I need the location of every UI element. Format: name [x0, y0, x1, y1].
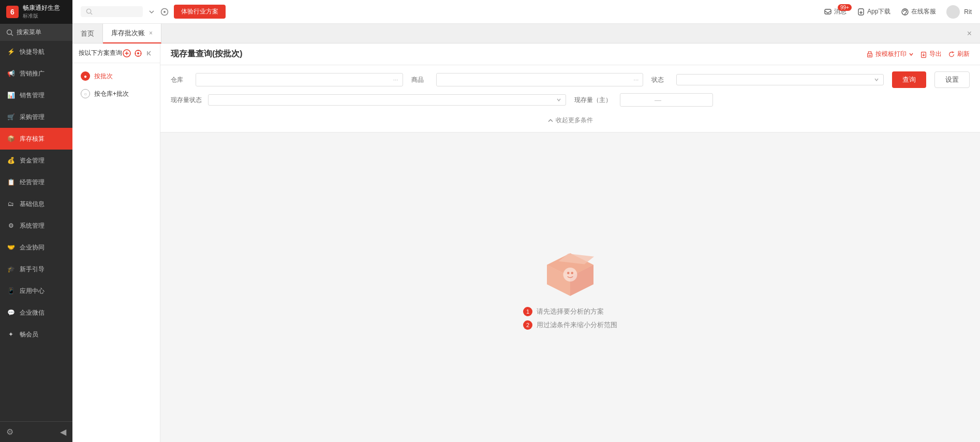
inventory-qty-wrap[interactable]: —	[620, 93, 713, 107]
tab-inventory-batch[interactable]: 库存批次账 ×	[103, 24, 161, 43]
finance-icon: 💰	[6, 156, 16, 165]
sidebar-item-member[interactable]: ✦ 畅会员	[0, 323, 72, 345]
product-input-wrap[interactable]: ···	[436, 73, 644, 86]
app-download-item[interactable]: App下载	[857, 7, 890, 16]
sidebar-item-appcenter[interactable]: 📱 应用中心	[0, 280, 72, 302]
online-service-item[interactable]: 在线客服	[901, 7, 936, 16]
inventory-qty-input[interactable]	[620, 94, 651, 106]
product-input[interactable]	[437, 73, 630, 86]
member-icon: ✦	[6, 330, 16, 339]
svg-point-10	[904, 13, 905, 14]
sidebar-label-member: 畅会员	[20, 330, 38, 339]
settings-icon[interactable]	[160, 8, 169, 16]
sidebar-label-quick-nav: 快捷导航	[20, 48, 44, 56]
refresh-action[interactable]: 刷新	[948, 50, 970, 58]
sidebar-label-inventory: 库存核算	[20, 135, 44, 143]
topbar-right: 消息 99+ App下载 在线客服 Rit	[824, 5, 972, 19]
svg-point-31	[563, 268, 577, 282]
warehouse-input-wrap[interactable]: ···	[196, 73, 403, 86]
product-more-icon[interactable]: ···	[629, 73, 643, 86]
app-download-label: App下载	[867, 7, 890, 16]
product-label: 商品	[411, 76, 432, 84]
sidebar-label-sales: 销售管理	[20, 91, 44, 100]
svg-point-15	[137, 52, 139, 54]
product-field: 商品 ···	[411, 73, 644, 86]
print-action[interactable]: 按模板打印	[866, 50, 914, 58]
add-scheme-icon[interactable]	[123, 49, 131, 57]
system-icon: ⚙	[6, 221, 16, 230]
sidebar-item-marketing[interactable]: 📢 营销推广	[0, 63, 72, 84]
sidebar-label-enterprise: 企业协同	[20, 243, 44, 252]
settings-footer-icon[interactable]: ⚙	[6, 427, 13, 437]
page-title: 现存量查询(按批次)	[171, 49, 243, 60]
user-name: Rit	[964, 8, 972, 16]
scheme-item-by-batch[interactable]: ● 按批次	[72, 67, 160, 85]
collapse-sidebar-icon[interactable]: ◀	[60, 427, 66, 437]
inventory-qty-label: 现存量（主）	[574, 96, 616, 105]
svg-rect-22	[868, 54, 871, 55]
sidebar-item-inventory[interactable]: 📦 库存核算	[0, 128, 72, 150]
messages-item[interactable]: 消息 99+	[824, 7, 847, 16]
search-icon	[6, 29, 13, 36]
scheme-label-by-batch: 按批次	[94, 72, 113, 81]
quick-nav-icon: ⚡	[6, 47, 16, 56]
dropdown-icon[interactable]	[148, 8, 155, 16]
left-panel-title: 按以下方案查询	[79, 49, 122, 57]
svg-point-5	[164, 11, 166, 13]
sidebar-label-finance: 资金管理	[20, 156, 44, 165]
print-dropdown-icon[interactable]	[909, 52, 914, 57]
hint-num-1: 1	[523, 307, 532, 316]
sidebar-item-enterprise[interactable]: 🤝 企业协同	[0, 237, 72, 258]
sidebar-item-guide[interactable]: 🎓 新手引导	[0, 258, 72, 280]
user-item[interactable]: Rit	[946, 5, 972, 19]
tab-close-icon[interactable]: ×	[149, 30, 153, 37]
collapse-panel-icon[interactable]	[145, 49, 154, 57]
sidebar-item-finance[interactable]: 💰 资金管理	[0, 150, 72, 171]
operations-icon: 📋	[6, 178, 16, 187]
content-area: 按以下方案查询 ● 按批次 ○ 按仓库+批次	[72, 43, 980, 442]
experience-btn[interactable]: 体验行业方案	[174, 5, 226, 19]
inventory-status-field: 现存量状态	[171, 94, 566, 106]
app-title: 畅康通好生意	[23, 4, 60, 12]
export-action[interactable]: 导出	[920, 50, 942, 58]
sidebar-item-system[interactable]: ⚙ 系统管理	[0, 215, 72, 237]
topbar-search-wrap[interactable]	[81, 6, 143, 17]
wechat-icon: 💬	[6, 308, 16, 317]
status-select[interactable]	[676, 74, 884, 85]
warehouse-more-icon[interactable]: ···	[389, 73, 403, 86]
app-edition: 标准版	[23, 12, 60, 20]
inventory-status-select[interactable]	[208, 94, 566, 106]
sidebar-label-operations: 经营管理	[20, 178, 44, 187]
svg-point-33	[571, 272, 574, 274]
refresh-label: 刷新	[957, 50, 970, 58]
query-button[interactable]: 查询	[892, 71, 926, 88]
tab-home[interactable]: 首页	[72, 24, 103, 43]
sidebar-nav: ⚡ 快捷导航 📢 营销推广 📊 销售管理 🛒 采购管理 📦 库存核算 💰 资金管…	[0, 41, 72, 421]
settings-scheme-icon[interactable]	[134, 49, 142, 57]
collapse-more-conditions[interactable]: 收起更多条件	[171, 112, 970, 126]
sidebar-item-basic[interactable]: 🗂 基础信息	[0, 193, 72, 215]
sidebar-item-quick-nav[interactable]: ⚡ 快捷导航	[0, 41, 72, 63]
inventory-qty-input-end[interactable]	[664, 94, 695, 106]
topbar: 体验行业方案 消息 99+ App下载 在线客服 Rit	[72, 0, 980, 24]
sidebar-item-purchase[interactable]: 🛒 采购管理	[0, 106, 72, 128]
close-panel-icon[interactable]: ×	[967, 29, 972, 38]
app-info: 畅康通好生意 标准版	[23, 4, 60, 20]
empty-illustration	[539, 245, 601, 297]
sidebar-search[interactable]: 搜索菜单	[0, 24, 72, 41]
sidebar-item-operations[interactable]: 📋 经营管理	[0, 171, 72, 193]
settings-button[interactable]: 设置	[934, 71, 970, 88]
inventory-icon: 📦	[6, 134, 16, 143]
print-icon	[866, 51, 873, 58]
messages-badge: 99+	[838, 4, 852, 11]
collapse-label: 收起更多条件	[556, 116, 593, 125]
warehouse-input[interactable]	[196, 73, 389, 86]
export-icon	[920, 51, 927, 58]
sidebar-label-marketing: 营销推广	[20, 69, 44, 78]
sidebar-item-sales[interactable]: 📊 销售管理	[0, 84, 72, 106]
scheme-label-by-warehouse-batch: 按仓库+批次	[94, 90, 129, 98]
scheme-item-by-warehouse-batch[interactable]: ○ 按仓库+批次	[72, 85, 160, 102]
filter-row-1: 仓库 ··· 商品 ··· 状态	[171, 71, 970, 88]
sidebar-item-wechat[interactable]: 💬 企业微信	[0, 302, 72, 323]
tab-inventory-batch-label: 库存批次账	[111, 28, 145, 38]
